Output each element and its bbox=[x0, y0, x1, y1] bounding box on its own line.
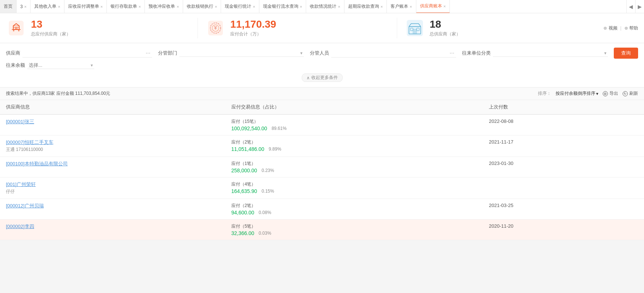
table-row: [000002]李四应付（5笔） 32,366.00 0.03% 2020-11… bbox=[0, 220, 644, 240]
nav-tab-receipt-verify[interactable]: 收款核销执行× bbox=[183, 0, 221, 13]
nav-tab-cash-bank-stat[interactable]: 现金银行统计× bbox=[221, 0, 259, 13]
payable-amount[interactable]: 164,635.90 bbox=[231, 188, 257, 194]
category-chevron-icon[interactable]: ▾ bbox=[604, 51, 606, 56]
category-dropdown-wrap: ▾ bbox=[493, 49, 608, 57]
separator: | bbox=[620, 25, 622, 31]
top-navigation: 首页3×其他收入单×应收应付调整单×银行存取款单×预收冲应收单×收款核销执行×现… bbox=[0, 0, 644, 13]
nav-tab-customer-ledger[interactable]: 客户账本× bbox=[387, 0, 416, 13]
table-row: [000012]广州贝瑞应付（2笔） 94,600.00 0.08% 2021-… bbox=[0, 199, 644, 220]
collapse-label: 收起更多条件 bbox=[311, 75, 338, 81]
payable-amount[interactable]: 100,092,540.00 bbox=[231, 125, 267, 131]
summary-card-3: 18 总供应商（家） bbox=[405, 18, 596, 38]
last-pay-date: 2021-11-17 bbox=[489, 139, 514, 145]
nav-tab-close-ar-ap-adjust[interactable]: × bbox=[101, 4, 103, 9]
supplier-icon-1 bbox=[6, 18, 27, 38]
payable-percent: 0.08% bbox=[259, 210, 271, 215]
supplier-dots-icon[interactable]: ··· bbox=[146, 50, 150, 56]
nav-tab-cash-flow-query[interactable]: 现金银行流水查询× bbox=[259, 0, 306, 13]
payable-percent: 89.61% bbox=[272, 126, 287, 131]
payable-amount[interactable]: 32,366.00 bbox=[231, 230, 254, 236]
balance-input[interactable] bbox=[29, 62, 91, 68]
total-payable-amount: 11,170.39 bbox=[230, 19, 276, 30]
export-button[interactable]: ⊞ 导出 bbox=[603, 90, 618, 97]
nav-tab-supplier-ledger[interactable]: 供应商账本× bbox=[416, 0, 450, 13]
supplier-link[interactable]: [000002]李四 bbox=[6, 224, 34, 229]
nav-tab-tab3[interactable]: 3× bbox=[17, 0, 31, 13]
last-pay-cell: 2021-11-17 bbox=[483, 135, 644, 157]
refresh-icon: ↻ bbox=[623, 91, 628, 96]
nav-tab-label: 现金银行流水查询 bbox=[263, 3, 298, 10]
nav-tab-close-overdue-ar[interactable]: × bbox=[381, 4, 383, 9]
person-input[interactable] bbox=[333, 50, 449, 56]
supplier-link[interactable]: [001]广州荣轩 bbox=[6, 182, 36, 187]
col-payable-info: 应付交易信息（占比） bbox=[225, 100, 483, 114]
svg-rect-10 bbox=[413, 29, 417, 34]
supplier-input-wrap: ··· bbox=[22, 49, 152, 58]
nav-tab-label: 供应商账本 bbox=[420, 3, 442, 9]
last-pay-date: 2022-08-08 bbox=[489, 118, 514, 124]
nav-tab-close-customer-ledger[interactable]: × bbox=[410, 4, 412, 9]
total-payable-amount-label: 应付合计（万） bbox=[230, 31, 276, 37]
balance-chevron-icon[interactable]: ▾ bbox=[91, 63, 93, 68]
nav-tab-bank-deposit[interactable]: 银行存取款单× bbox=[107, 0, 145, 13]
video-link[interactable]: ⊙ 视频 bbox=[603, 25, 617, 31]
person-dots-icon[interactable]: ··· bbox=[449, 50, 454, 56]
supplier-info-cell: [000012]广州贝瑞 bbox=[0, 199, 225, 220]
payable-amount[interactable]: 11,051,486.00 bbox=[231, 146, 265, 152]
supplier-link[interactable]: [000007]恒旺二手叉车 bbox=[6, 139, 53, 145]
nav-tab-pre-receive[interactable]: 预收冲应收单× bbox=[145, 0, 183, 13]
nav-tab-home[interactable]: 首页 bbox=[0, 0, 17, 13]
collapse-button[interactable]: ∧ 收起更多条件 bbox=[302, 73, 343, 82]
supplier-table: 供应商信息 应付交易信息（占比） 上次付数 [000001]张三应付（15笔） … bbox=[0, 100, 644, 240]
nav-tab-close-other-income[interactable]: × bbox=[58, 4, 60, 9]
sort-select[interactable]: 按应付余额倒序排序 ▾ bbox=[556, 90, 598, 97]
nav-tab-close-tab3[interactable]: × bbox=[24, 4, 27, 9]
supplier-label: 供应商 bbox=[6, 50, 20, 56]
dept-input[interactable] bbox=[181, 50, 301, 56]
nav-tab-close-pre-receive[interactable]: × bbox=[176, 4, 179, 9]
supplier-link[interactable]: [000100]本特勤油品有限公司 bbox=[6, 161, 68, 166]
nav-tab-label: 首页 bbox=[4, 3, 13, 10]
video-label[interactable]: 视频 bbox=[609, 25, 617, 31]
dept-label: 分管部门 bbox=[158, 50, 177, 56]
nav-tab-ar-ap-adjust[interactable]: 应收应付调整单× bbox=[64, 0, 107, 13]
nav-tab-close-cash-bank-stat[interactable]: × bbox=[253, 4, 255, 9]
col-last-pay: 上次付数 bbox=[483, 100, 644, 114]
query-button[interactable]: 查询 bbox=[614, 48, 638, 59]
help-label[interactable]: 帮助 bbox=[629, 25, 638, 31]
payable-amount[interactable]: 94,600.00 bbox=[231, 210, 254, 216]
summary-card-1: 13 总应付供应商（家） bbox=[6, 18, 198, 38]
supplier-link[interactable]: [000001]张三 bbox=[6, 119, 34, 124]
nav-tab-close-receipt-verify[interactable]: × bbox=[215, 4, 217, 9]
supplier-info-cell: [000007]恒旺二手叉车王通 17106110000 bbox=[0, 135, 225, 157]
supplier-input[interactable] bbox=[24, 50, 146, 56]
nav-tab-close-receipt-stat[interactable]: × bbox=[338, 4, 340, 9]
nav-tab-close-cash-flow-query[interactable]: × bbox=[300, 4, 302, 9]
result-bar: 搜索结果中，供应商13家 应付金额 111,703,854.00元 排序： 按应… bbox=[0, 87, 644, 100]
table-body: [000001]张三应付（15笔） 100,092,540.00 89.61% … bbox=[0, 114, 644, 240]
dept-chevron-icon[interactable]: ▾ bbox=[300, 51, 302, 56]
payable-percent: 0.03% bbox=[259, 231, 271, 236]
refresh-button[interactable]: ↻ 刷新 bbox=[623, 90, 638, 97]
nav-tab-close-bank-deposit[interactable]: × bbox=[139, 4, 141, 9]
nav-tab-receipt-stat[interactable]: 收款情况统计× bbox=[306, 0, 344, 13]
payable-amount[interactable]: 258,000.00 bbox=[231, 168, 257, 173]
sort-chevron-icon: ▾ bbox=[596, 91, 598, 96]
nav-next-button[interactable]: ▶ bbox=[635, 0, 644, 13]
nav-prev-button[interactable]: ◀ bbox=[626, 0, 635, 13]
payable-info-cell: 应付（1笔） 258,000.00 0.23% bbox=[225, 157, 483, 177]
nav-tab-other-income[interactable]: 其他收入单× bbox=[31, 0, 64, 13]
supplier-link[interactable]: [000012]广州贝瑞 bbox=[6, 203, 44, 208]
collapse-chevron-icon: ∧ bbox=[307, 75, 310, 80]
balance-filter: 往来余额 ▾ bbox=[6, 62, 87, 69]
payable-info-cell: 应付（2笔） 94,600.00 0.08% bbox=[225, 199, 483, 220]
supplier-filter: 供应商 ··· bbox=[6, 49, 152, 58]
svg-rect-1 bbox=[15, 27, 18, 30]
nav-tab-close-supplier-ledger[interactable]: × bbox=[444, 4, 446, 8]
nav-tab-overdue-ar[interactable]: 超期应收款查询× bbox=[344, 0, 387, 13]
payable-percent: 9.89% bbox=[269, 146, 281, 152]
nav-tab-label: 3 bbox=[20, 4, 23, 9]
payable-count: 应付（2笔） bbox=[231, 139, 477, 145]
help-link[interactable]: ⊙ 帮助 bbox=[624, 25, 638, 31]
category-input[interactable] bbox=[494, 50, 605, 56]
